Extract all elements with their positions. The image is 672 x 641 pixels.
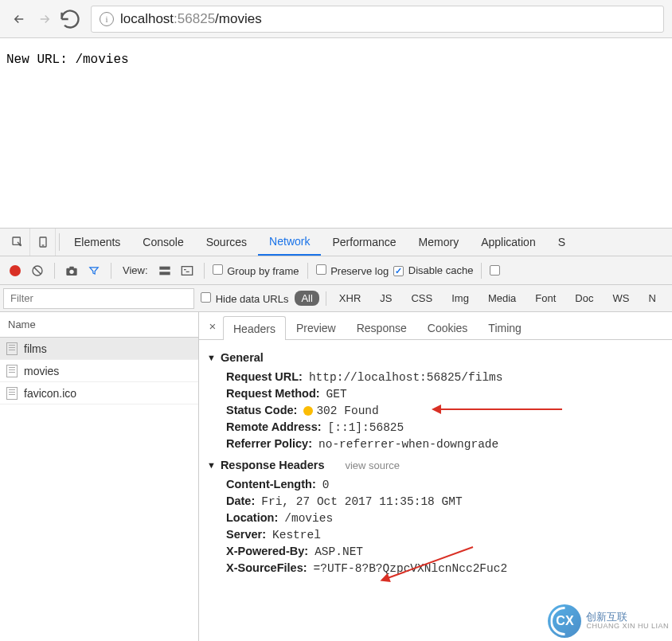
waterfall-icon[interactable]: [178, 262, 196, 279]
type-doc[interactable]: Doc: [568, 291, 600, 306]
url-host: localhost: [120, 11, 174, 27]
network-toolbar: View: Group by frame Preserve log Disabl…: [0, 256, 672, 285]
record-button[interactable]: [6, 262, 24, 279]
view-label: View:: [119, 264, 151, 276]
type-all[interactable]: All: [295, 291, 318, 306]
type-media[interactable]: Media: [482, 291, 522, 306]
network-body: Name films movies favicon.ico × Headers …: [0, 312, 672, 641]
tab-memory[interactable]: Memory: [408, 229, 471, 256]
forward-button[interactable]: [33, 8, 56, 30]
filter-icon[interactable]: [85, 262, 103, 279]
group-by-frame[interactable]: Group by frame: [213, 264, 299, 277]
tab-console[interactable]: Console: [131, 229, 194, 256]
svg-rect-7: [159, 272, 170, 275]
close-details-button[interactable]: ×: [202, 312, 223, 339]
response-headers-section[interactable]: ▼Response Headersview source: [207, 459, 664, 471]
clear-button[interactable]: [29, 262, 46, 279]
devtools-tabbar: Elements Console Sources Network Perform…: [0, 229, 672, 256]
filter-input[interactable]: [3, 288, 194, 309]
tab-more[interactable]: S: [547, 229, 576, 256]
address-bar[interactable]: i localhost:56825/movies: [91, 6, 664, 33]
screenshot-icon[interactable]: [63, 262, 80, 279]
page-text: New URL: /movies: [6, 53, 129, 67]
type-ws[interactable]: WS: [606, 291, 635, 306]
request-row-movies[interactable]: movies: [0, 360, 198, 382]
tab-network[interactable]: Network: [258, 229, 321, 256]
inspect-icon[interactable]: [5, 229, 30, 256]
back-button[interactable]: [8, 8, 30, 30]
tab-sources[interactable]: Sources: [195, 229, 258, 256]
device-icon[interactable]: [30, 229, 56, 256]
svg-rect-4: [69, 266, 73, 268]
preserve-log[interactable]: Preserve log: [316, 264, 389, 277]
request-details: × Headers Preview Response Cookies Timin…: [199, 312, 672, 641]
dtab-timing[interactable]: Timing: [478, 315, 532, 339]
url-port: :56825: [174, 11, 215, 27]
tab-application[interactable]: Application: [470, 229, 547, 256]
type-xhr[interactable]: XHR: [333, 291, 367, 306]
dtab-cookies[interactable]: Cookies: [417, 315, 479, 339]
dtab-preview[interactable]: Preview: [286, 315, 346, 339]
general-section[interactable]: ▼General: [207, 351, 664, 364]
request-list-header[interactable]: Name: [0, 312, 198, 338]
document-icon: [6, 365, 18, 377]
tab-performance[interactable]: Performance: [321, 229, 407, 256]
document-icon: [6, 342, 18, 355]
details-body: ▼General Request URL:http://localhost:56…: [199, 340, 672, 641]
request-row-favicon[interactable]: favicon.ico: [0, 382, 198, 405]
devtools-panel: Elements Console Sources Network Perform…: [0, 228, 672, 641]
large-rows-icon[interactable]: [156, 262, 174, 279]
request-list: Name films movies favicon.ico: [0, 312, 199, 641]
reload-button[interactable]: [59, 8, 81, 30]
type-css[interactable]: CSS: [404, 291, 439, 306]
request-row-films[interactable]: films: [0, 338, 198, 360]
details-tabbar: × Headers Preview Response Cookies Timin…: [199, 312, 672, 340]
browser-toolbar: i localhost:56825/movies: [0, 0, 672, 38]
dtab-headers[interactable]: Headers: [223, 316, 286, 340]
watermark: CX 创新互联 CHUANG XIN HU LIAN: [548, 604, 669, 638]
tab-elements[interactable]: Elements: [63, 229, 131, 256]
offline-checkbox[interactable]: [490, 265, 500, 276]
network-filter-row: Hide data URLs All XHR JS CSS Img Media …: [0, 285, 672, 312]
svg-rect-8: [182, 266, 192, 275]
svg-rect-6: [159, 266, 170, 269]
disable-cache[interactable]: Disable cache: [393, 264, 473, 276]
view-source-link[interactable]: view source: [345, 459, 400, 471]
watermark-logo-icon: CX: [548, 604, 581, 638]
site-info-icon[interactable]: i: [100, 12, 114, 26]
svg-point-5: [69, 269, 73, 273]
document-icon: [6, 387, 18, 400]
type-js[interactable]: JS: [373, 291, 398, 306]
annotation-arrow-icon: [435, 408, 562, 410]
dtab-response[interactable]: Response: [346, 315, 417, 339]
status-dot-icon: [303, 406, 313, 416]
page-body: New URL: /movies: [0, 38, 672, 228]
url-path: /movies: [215, 11, 262, 27]
hide-data-urls[interactable]: Hide data URLs: [201, 292, 288, 305]
type-font[interactable]: Font: [529, 291, 562, 306]
type-img[interactable]: Img: [445, 291, 475, 306]
type-more[interactable]: N: [642, 291, 662, 306]
